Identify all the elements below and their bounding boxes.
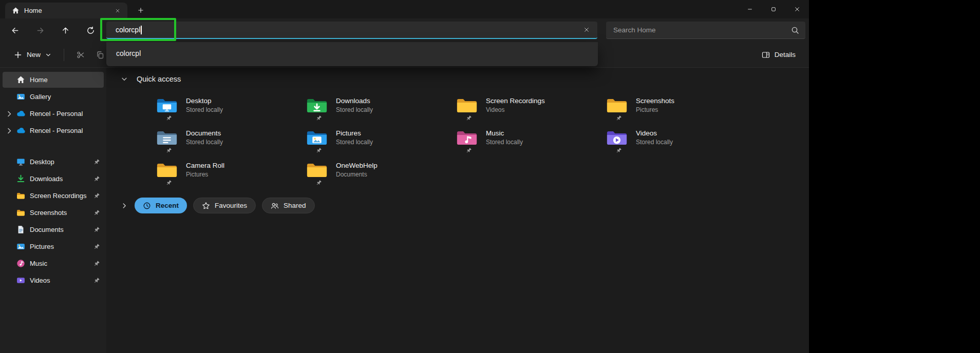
- chevron-spacer: [5, 277, 14, 285]
- search-input[interactable]: [613, 26, 791, 34]
- pin-icon: [315, 147, 322, 154]
- home-icon: [16, 75, 25, 84]
- titlebar[interactable]: Home: [0, 0, 809, 18]
- suggestion-item[interactable]: colorcpl: [108, 44, 596, 64]
- refresh-icon: [86, 26, 95, 35]
- sidebar-item-music[interactable]: Music: [3, 256, 104, 271]
- main-content: Quick access DesktopStored locallyDownlo…: [106, 68, 809, 353]
- chevron-spacer: [5, 226, 14, 234]
- refresh-button[interactable]: [80, 21, 101, 40]
- tab-home[interactable]: Home: [5, 3, 127, 18]
- qa-videos-icon: [606, 129, 628, 146]
- sidebar-item-label: Documents: [30, 226, 93, 233]
- minimize-icon: [747, 6, 753, 12]
- home-icon: [12, 7, 20, 14]
- sidebar-item-documents[interactable]: Documents: [3, 222, 104, 238]
- chevron-right-icon[interactable]: [5, 127, 14, 135]
- new-button[interactable]: New: [8, 47, 57, 63]
- quick-access-item-onewebhelp[interactable]: OneWebHelpDocuments: [304, 160, 454, 192]
- chevron-down-icon[interactable]: [121, 75, 128, 83]
- filter-pills: RecentFavouritesShared: [135, 198, 315, 213]
- sidebar-item-rencel-personal[interactable]: Rencel - Personal: [3, 106, 104, 122]
- quick-access-item-name: Music: [486, 129, 523, 138]
- sidebar-item-label: Gallery: [30, 93, 100, 101]
- sidebar-item-label: Rencel - Personal: [30, 110, 100, 117]
- up-button[interactable]: [54, 21, 76, 40]
- sidebar-item-label: Desktop: [30, 158, 93, 166]
- quick-access-item-videos[interactable]: VideosStored locally: [604, 128, 754, 160]
- quick-access-item-screenshots[interactable]: ScreenshotsPictures: [604, 95, 754, 128]
- quick-access-item-screen-recordings[interactable]: Screen RecordingsVideos: [454, 95, 604, 128]
- quick-access-item-pictures[interactable]: PicturesStored locally: [304, 128, 454, 160]
- picture-icon: [16, 242, 25, 251]
- quick-access-item-downloads[interactable]: DownloadsStored locally: [304, 95, 454, 128]
- gallery-icon: [16, 92, 25, 101]
- chevron-spacer: [5, 192, 14, 200]
- quick-access-item-name: OneWebHelp: [336, 161, 378, 170]
- pin-icon: [615, 147, 622, 154]
- sidebar-item-videos[interactable]: Videos: [3, 272, 104, 288]
- new-tab-button[interactable]: [134, 4, 148, 16]
- pin-icon: [93, 159, 100, 166]
- forward-button[interactable]: [29, 21, 51, 40]
- quick-access-item-name: Screen Recordings: [486, 96, 545, 105]
- qa-folder-icon: [306, 162, 328, 179]
- chevron-spacer: [5, 209, 14, 217]
- qa-folder-icon: [156, 162, 178, 179]
- filter-recent[interactable]: Recent: [135, 198, 187, 213]
- quick-access-item-subtitle: Documents: [336, 170, 378, 179]
- quick-access-item-music[interactable]: MusicStored locally: [454, 128, 604, 160]
- chevron-spacer: [5, 243, 14, 251]
- filter-favourites[interactable]: Favourites: [193, 198, 256, 213]
- quick-access-title: Quick access: [137, 75, 181, 83]
- pin-icon: [93, 277, 100, 284]
- scissors-icon: [77, 51, 85, 59]
- quick-access-item-documents[interactable]: DocumentsStored locally: [154, 128, 304, 160]
- star-icon: [202, 202, 210, 210]
- sidebar-item-label: Rencel - Personal: [30, 127, 100, 134]
- sidebar-item-screen-recordings[interactable]: Screen Recordings: [3, 188, 104, 204]
- folder-icon: [16, 208, 25, 217]
- chevron-right-icon[interactable]: [5, 110, 14, 118]
- sidebar-item-gallery[interactable]: Gallery: [3, 89, 104, 105]
- onedrive-icon: [16, 126, 25, 135]
- quick-access-item-subtitle: Stored locally: [336, 138, 373, 146]
- window-controls: [738, 0, 809, 18]
- chevron-right-icon[interactable]: [121, 202, 128, 209]
- sidebar-item-desktop[interactable]: Desktop: [3, 154, 104, 170]
- qa-folder-icon: [606, 97, 628, 114]
- details-button[interactable]: Details: [757, 47, 801, 63]
- minimize-button[interactable]: [738, 0, 762, 18]
- quick-access-item-subtitle: Videos: [486, 106, 545, 114]
- search-icon[interactable]: [791, 26, 799, 34]
- address-input-value[interactable]: colorcpl: [116, 26, 140, 34]
- copy-icon: [96, 51, 104, 59]
- quick-access-item-camera-roll[interactable]: Camera RollPictures: [154, 160, 304, 192]
- pin-icon: [315, 115, 322, 122]
- clear-address-button[interactable]: [580, 23, 593, 36]
- tab-close-button[interactable]: [112, 5, 123, 16]
- sidebar-item-label: Pictures: [30, 243, 93, 250]
- filter-shared[interactable]: Shared: [262, 198, 315, 213]
- pin-icon: [165, 147, 172, 154]
- sidebar-item-label: Downloads: [30, 175, 93, 183]
- sidebar-item-downloads[interactable]: Downloads: [3, 171, 104, 187]
- close-button[interactable]: [785, 0, 809, 18]
- cut-button[interactable]: [71, 46, 90, 64]
- pin-icon: [465, 147, 472, 154]
- quick-access-item-desktop[interactable]: DesktopStored locally: [154, 95, 304, 128]
- address-bar[interactable]: colorcpl: [106, 22, 597, 39]
- maximize-button[interactable]: [762, 0, 785, 18]
- filter-label: Shared: [284, 202, 306, 209]
- sidebar-item-home[interactable]: Home: [3, 72, 104, 88]
- sidebar: HomeGalleryRencel - PersonalRencel - Per…: [0, 68, 106, 353]
- toolbar-nav: [4, 21, 101, 40]
- quick-access-header[interactable]: Quick access: [121, 75, 181, 83]
- sidebar-item-screenshots[interactable]: Screenshots: [3, 205, 104, 221]
- search-box[interactable]: [606, 22, 805, 39]
- arrow-right-icon: [36, 26, 45, 35]
- back-button[interactable]: [4, 21, 26, 40]
- sidebar-list: HomeGalleryRencel - PersonalRencel - Per…: [3, 72, 104, 288]
- sidebar-item-pictures[interactable]: Pictures: [3, 239, 104, 254]
- sidebar-item-rencel-personal[interactable]: Rencel - Personal: [3, 123, 104, 139]
